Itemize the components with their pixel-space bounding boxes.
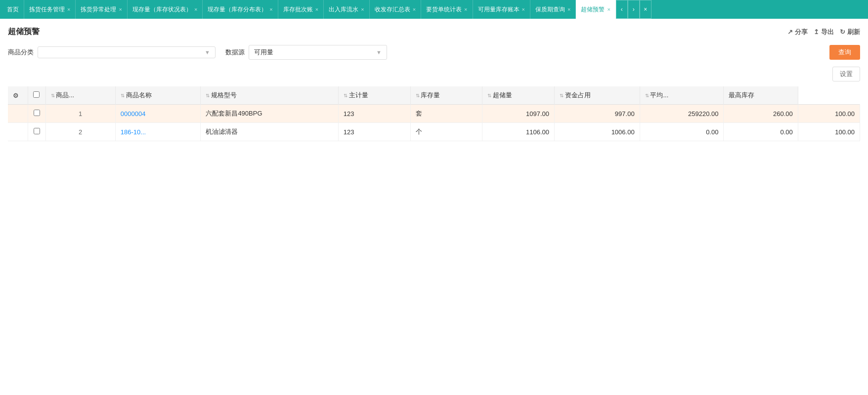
row-overstock-cell: 1006.00 [555,123,640,141]
table-header-row: ⚙ ⇅ 商品... ⇅ 商品名称 ⇅ 规格型号 ⇅ [8,86,860,105]
page-header: 超储预警 ↗ 分享 ↥ 导出 ↻ 刷新 [8,27,860,37]
row-avg-cell: 260.00 [724,105,798,123]
col-unit-header[interactable]: ⇅ 主计量 [338,86,410,105]
nav-tab-inout-flow[interactable]: 出入库流水 × [324,0,369,19]
nav-tab-home[interactable]: 首页 [2,0,24,19]
datasource-select-value: 可用量 [254,48,273,57]
category-chevron-icon: ▼ [205,49,210,55]
sort-icon: ⇅ [416,93,421,98]
sort-icon: ⇅ [344,93,349,98]
close-quality-check[interactable]: × [567,6,570,12]
nav-tab-stock-status[interactable]: 现存量（库存状况表） × [128,0,203,19]
col-stock-header[interactable]: ⇅ 库存量 [410,86,482,105]
row-checkbox-cell[interactable] [28,105,45,123]
nav-close-arrow[interactable]: × [640,0,651,19]
nav-next-arrow[interactable]: › [628,0,640,19]
table-body: 1 0000004 六配套新昌490BPG 123 套 1097.00 997.… [8,105,860,141]
close-order-stat[interactable]: × [464,6,467,12]
sort-icon: ⇅ [560,93,565,98]
row-gear-cell [8,105,28,123]
sort-icon: ⇅ [51,93,56,98]
refresh-icon: ↻ [840,28,845,36]
row-overstock-cell: 997.00 [555,105,640,123]
sort-icon: ⇅ [645,93,651,98]
nav-tab-usable-account[interactable]: 可用量库存账本 × [473,0,530,19]
filter-row: 商品分类 ▼ 数据源 可用量 ▼ 查询 [8,45,860,60]
data-table: ⚙ ⇅ 商品... ⇅ 商品名称 ⇅ 规格型号 ⇅ [8,86,860,141]
query-button[interactable]: 查询 [829,45,860,60]
col-avg-header[interactable]: ⇅ 平均... [640,86,724,105]
close-batch-account[interactable]: × [315,6,318,12]
page-actions: ↗ 分享 ↥ 导出 ↻ 刷新 [787,28,860,37]
category-filter: 商品分类 ▼ [8,46,216,58]
settings-col-icon: ⚙ [13,92,19,99]
datasource-chevron-icon: ▼ [376,49,382,55]
settings-button[interactable]: 设置 [832,67,860,81]
row-gear-cell [8,123,28,141]
datasource-select[interactable]: 可用量 ▼ [249,45,387,60]
nav-tab-overstock-warning[interactable]: 超储预警 × [576,0,615,19]
nav-tab-abnormal[interactable]: 拣货异常处理 × [76,0,127,19]
row-checkbox-cell[interactable] [28,123,45,141]
share-icon: ↗ [787,28,793,36]
nav-tab-quality-check[interactable]: 保质期查询 × [530,0,576,19]
filter-actions: 查询 [829,45,860,60]
nav-prev-arrow[interactable]: ‹ [616,0,628,19]
row-code-cell: 186-10... [115,123,201,141]
export-icon: ↥ [814,28,819,36]
row-capital-cell: 259220.00 [640,105,724,123]
row-capital-cell: 0.00 [640,123,724,141]
top-nav: 首页 拣货任务管理 × 拣货异常处理 × 现存量（库存状况表） × 现存量（库存… [0,0,868,19]
sort-icon: ⇅ [121,93,126,98]
close-collect-summary[interactable]: × [413,6,416,12]
close-inout-flow[interactable]: × [361,6,364,12]
nav-tab-batch-account[interactable]: 库存批次账 × [278,0,324,19]
close-stock-status[interactable]: × [194,6,197,12]
col-code-header[interactable]: ⇅ 商品... [45,86,115,105]
row-stock-cell: 1097.00 [482,105,555,123]
sort-icon: ⇅ [487,93,493,98]
export-button[interactable]: ↥ 导出 [814,28,834,37]
col-gear[interactable]: ⚙ [8,86,28,105]
refresh-button[interactable]: ↻ 刷新 [840,28,860,37]
nav-tab-collect-summary[interactable]: 收发存汇总表 × [370,0,421,19]
row-unit-cell: 套 [410,105,482,123]
row-maxstock-cell: 100.00 [798,105,860,123]
row-checkbox[interactable] [34,128,40,134]
col-name-header[interactable]: ⇅ 商品名称 [115,86,201,105]
row-num-cell: 1 [45,105,115,123]
row-spec-cell: 123 [338,123,410,141]
nav-tab-order-stat[interactable]: 要货单统计表 × [421,0,473,19]
share-button[interactable]: ↗ 分享 [787,28,808,37]
col-capital-header[interactable]: ⇅ 资金占用 [555,86,640,105]
row-checkbox[interactable] [34,110,40,116]
col-overstock-header[interactable]: ⇅ 超储量 [482,86,555,105]
page-container: 超储预警 ↗ 分享 ↥ 导出 ↻ 刷新 商品分类 ▼ 数据源 [0,19,868,149]
datasource-filter: 数据源 可用量 ▼ [225,45,387,60]
col-select-all[interactable] [28,86,45,105]
select-all-checkbox[interactable] [33,91,40,98]
close-task-mgmt[interactable]: × [67,6,70,12]
table-row: 2 186-10... 机油滤清器 123 个 1106.00 1006.00 … [8,123,860,141]
close-stock-dist[interactable]: × [269,6,272,12]
row-unit-cell: 个 [410,123,482,141]
col-maxstock-header: 最高库存 [724,86,798,105]
row-maxstock-cell: 100.00 [798,123,860,141]
sort-icon: ⇅ [206,93,211,98]
close-abnormal[interactable]: × [119,6,122,12]
category-label: 商品分类 [8,48,34,57]
row-name-cell: 机油滤清器 [201,123,338,141]
close-overstock-warning[interactable]: × [607,6,610,12]
nav-tab-task-mgmt[interactable]: 拣货任务管理 × [24,0,76,19]
nav-tab-stock-dist[interactable]: 现存量（库存分布表） × [203,0,278,19]
row-name-cell: 六配套新昌490BPG [201,105,338,123]
datasource-label: 数据源 [225,48,245,57]
row-code-cell: 0000004 [115,105,201,123]
table-row: 1 0000004 六配套新昌490BPG 123 套 1097.00 997.… [8,105,860,123]
category-select[interactable]: ▼ [38,46,216,58]
page-title: 超储预警 [8,27,40,37]
row-num-cell: 2 [45,123,115,141]
close-usable-account[interactable]: × [522,6,525,12]
row-stock-cell: 1106.00 [482,123,555,141]
col-spec-header[interactable]: ⇅ 规格型号 [201,86,338,105]
